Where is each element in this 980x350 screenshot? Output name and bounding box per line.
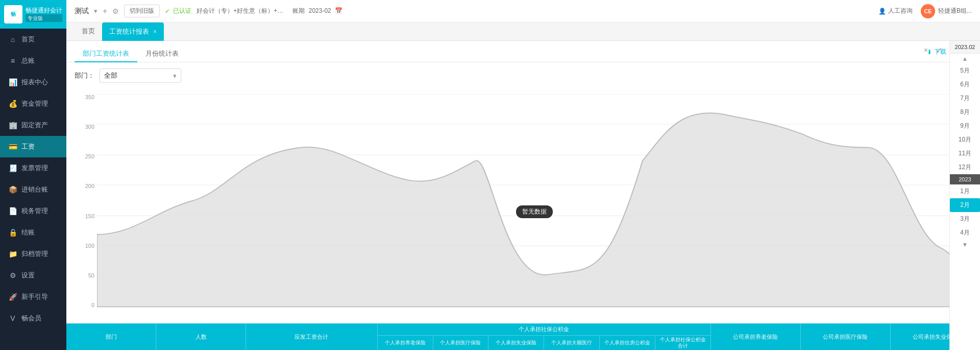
col-dept: 部门 (66, 323, 156, 350)
table-header: 部门 人数 应发工资合计 个人承担社保公积金 个人承担养老保险 个人承担医疗保险 (66, 323, 980, 350)
right-panel-header: 2023.02 (950, 41, 980, 54)
archive-icon: 📁 (8, 250, 17, 258)
month-7[interactable]: 7月 (950, 91, 980, 105)
month-5[interactable]: 5月 (950, 64, 980, 78)
add-company-button[interactable]: + (103, 7, 107, 16)
right-panel-up-button[interactable]: ▲ (960, 54, 970, 64)
col-group-personal-insurance: 个人承担社保公积金 个人承担养老保险 个人承担医疗保险 个人承担失业保险 个人承… (378, 323, 711, 350)
avatar: CE (921, 4, 935, 18)
sidebar-item-salary[interactable]: 💳 工资 (0, 136, 66, 157)
filterbar: 部门： 全部 ▾ (66, 62, 980, 89)
col-personal-pension: 个人承担养老保险 (378, 336, 433, 350)
capital-icon: 💰 (8, 100, 17, 108)
month-8[interactable]: 8月 (950, 105, 980, 119)
month-10[interactable]: 10月 (950, 133, 980, 147)
col-personal-medical: 个人承担医疗保险 (433, 336, 489, 350)
col-total-salary: 应发工资合计 (246, 323, 378, 350)
dept-filter-label: 部门： (75, 71, 94, 80)
close-acc-icon: 🔒 (8, 228, 17, 237)
month-2-active[interactable]: 2月 (950, 198, 980, 212)
col-personal-total: 个人承担社保公积金合计 (655, 336, 710, 350)
year-2023[interactable]: 2023 (950, 174, 980, 184)
tab-home[interactable]: 首页 (75, 22, 102, 41)
topbar-tags: 好会计（专）+好生意（标）+… (197, 7, 283, 15)
sidebar-item-sales[interactable]: 📦 进销台账 (0, 179, 66, 200)
tab-salary-report[interactable]: 工资统计报表 × (102, 22, 164, 41)
sidebar-item-close[interactable]: 🔒 结账 (0, 222, 66, 243)
sidebar-item-capital[interactable]: 💰 资金管理 (0, 93, 66, 114)
tabbar: 首页 工资统计报表 × (66, 22, 980, 41)
sidebar-item-ledger[interactable]: ≡ 总账 (0, 50, 66, 72)
user-menu[interactable]: CE 轻捷通B组... (921, 4, 972, 18)
month-12[interactable]: 12月 (950, 160, 980, 174)
sidebar-item-tax[interactable]: 📄 税务管理 (0, 200, 66, 222)
tab-close-icon[interactable]: × (153, 28, 157, 35)
col-personal-unemployment: 个人承担失业保险 (488, 336, 544, 350)
subtab-dept[interactable]: 部门工资统计表 (75, 46, 137, 62)
sidebar-item-archive[interactable]: 📁 归档管理 (0, 243, 66, 265)
logo-icon: 畅 (4, 5, 22, 24)
asset-icon: 🏢 (8, 121, 17, 129)
sidebar-item-invoice[interactable]: 🧾 发票管理 (0, 157, 66, 179)
settings-icon: ⚙ (8, 271, 17, 279)
report-icon: 📊 (8, 78, 17, 86)
close-panel-button[interactable]: × (921, 45, 931, 55)
main-area: 测试 ▾ + ⚙ 切到旧版 ✓ 已认证 好会计（专）+好生意（标）+… 账期 2… (66, 0, 980, 350)
period-label: 账期 2023-02 📅 (292, 7, 342, 15)
chart-svg (97, 94, 970, 308)
right-panel-down-button[interactable]: ▼ (960, 240, 970, 250)
subtab-monthly[interactable]: 月份统计表 (137, 46, 187, 62)
company-name: 测试 (75, 7, 89, 16)
help-button[interactable]: 👤 人工咨询 (878, 7, 913, 15)
home-icon: ⌂ (8, 35, 17, 43)
panel-controls: × ⤢ (921, 45, 944, 55)
select-arrow-icon: ▾ (173, 72, 177, 80)
guide-icon: 🚀 (8, 293, 17, 301)
help-icon: 👤 (878, 8, 886, 15)
month-1[interactable]: 1月 (950, 184, 980, 198)
sidebar-item-asset[interactable]: 🏢 固定资产 (0, 114, 66, 136)
expand-panel-button[interactable]: ⤢ (934, 45, 944, 55)
sidebar-item-home[interactable]: ⌂ 首页 (0, 29, 66, 50)
month-6[interactable]: 6月 (950, 78, 980, 91)
topbar-right: 👤 人工咨询 CE 轻捷通B组... (878, 4, 972, 18)
sidebar-item-settings[interactable]: ⚙ 设置 (0, 265, 66, 286)
dept-filter-select[interactable]: 全部 ▾ (100, 68, 181, 83)
ledger-icon: ≡ (8, 57, 17, 65)
col-company-medical: 公司承担医疗保险 (801, 323, 891, 350)
member-icon: V (8, 314, 17, 322)
month-4[interactable]: 4月 (950, 226, 980, 240)
right-panel: 2023.02 ▲ 5月 6月 7月 8月 9月 10月 11月 12月 202… (949, 41, 980, 350)
chart-wrapper: 350 300 250 200 150 100 50 0 (77, 89, 970, 323)
sidebar-item-member[interactable]: V 畅会员 (0, 308, 66, 329)
cert-icon: ✓ (165, 8, 170, 15)
invoice-icon: 🧾 (8, 164, 17, 172)
sidebar-item-guide[interactable]: 🚀 新手引导 (0, 286, 66, 308)
content-area: × ⤢ 部门工资统计表 月份统计表 ⬇ 下载 ↻ 刷新 (66, 41, 980, 350)
subtabs: 部门工资统计表 月份统计表 ⬇ 下载 ↻ 刷新 (66, 41, 980, 62)
sidebar-item-report[interactable]: 📊 报表中心 (0, 72, 66, 93)
cert-status: ✓ 已认证 (165, 7, 191, 15)
switch-version-button[interactable]: 切到旧版 (124, 5, 160, 17)
col-people: 人数 (156, 323, 246, 350)
sidebar: 畅 畅捷通好会计 专业版 ⌂ 首页 ≡ 总账 📊 报表中心 💰 资金管理 🏢 固… (0, 0, 66, 350)
month-9[interactable]: 9月 (950, 119, 980, 133)
settings-gear-icon[interactable]: ⚙ (112, 7, 119, 15)
calendar-icon[interactable]: 📅 (335, 7, 342, 14)
col-personal-major-medical: 个人承担大额医疗 (544, 336, 600, 350)
company-dropdown-icon[interactable]: ▾ (94, 7, 97, 15)
topbar: 测试 ▾ + ⚙ 切到旧版 ✓ 已认证 好会计（专）+好生意（标）+… 账期 2… (66, 0, 980, 22)
chart-container: 350 300 250 200 150 100 50 0 (66, 89, 980, 323)
tax-icon: 📄 (8, 207, 17, 215)
sales-icon: 📦 (8, 185, 17, 194)
month-11[interactable]: 11月 (950, 147, 980, 160)
col-personal-housing-fund: 个人承担住房公积金 (600, 336, 655, 350)
chart-area: 暂无数据 (97, 94, 970, 308)
sidebar-logo: 畅 畅捷通好会计 专业版 (0, 0, 66, 29)
salary-icon: 💳 (8, 143, 17, 151)
chart-y-labels: 350 300 250 200 150 100 50 0 (77, 94, 94, 308)
logo-text: 畅捷通好会计 专业版 (26, 7, 62, 22)
month-3[interactable]: 3月 (950, 212, 980, 226)
col-company-pension: 公司承担养老保险 (711, 323, 801, 350)
